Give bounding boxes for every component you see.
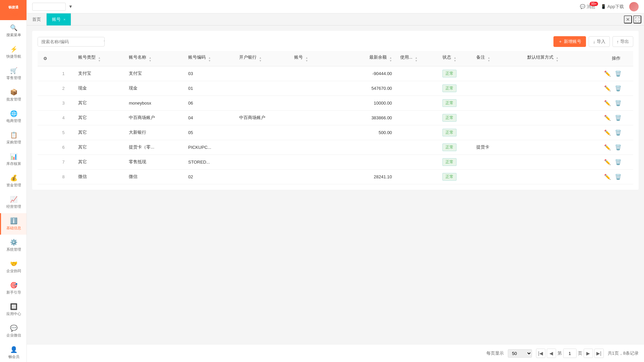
tab-close-icon[interactable]: × — [63, 17, 65, 21]
th-type[interactable]: 账号类型 ▲▼ — [74, 51, 125, 66]
row-gear-4 — [38, 125, 53, 140]
delete-btn-4[interactable]: 🗑️ — [614, 129, 622, 136]
edit-btn-1[interactable]: ✏️ — [603, 84, 611, 92]
edit-btn-0[interactable]: ✏️ — [603, 70, 611, 77]
header-search-input[interactable] — [32, 3, 66, 11]
sidebar-label-inventory-check: 库存核算 — [6, 161, 21, 166]
sidebar-item-quick-nav[interactable]: ⚡ 快捷导航 — [0, 42, 26, 63]
row-num-6: 7 — [53, 155, 74, 169]
dropdown-arrow: ▼ — [68, 4, 73, 9]
sidebar-icon-basic-info: ℹ️ — [10, 217, 17, 225]
search-input[interactable] — [38, 37, 101, 46]
page-input[interactable] — [563, 349, 577, 358]
sort-remark-icon: ▲▼ — [488, 57, 490, 63]
th-bank[interactable]: 开户银行 ▲▼ — [235, 51, 290, 66]
table-footer: 每页显示 50 100 |◀ ◀ 第 页 ▶ ▶| 共1页，8条记录 — [27, 344, 644, 362]
sidebar-label-enterprise-wechat: 企业微信 — [6, 333, 21, 338]
window-max-btn[interactable]: ⛶ — [633, 15, 641, 23]
message-button[interactable]: 💬 消息 99+ — [580, 4, 595, 10]
row-account-7 — [290, 169, 341, 184]
row-balance-7: 28241.10 — [341, 169, 396, 184]
sidebar-item-new-guide[interactable]: 🎯 新手引导 — [0, 278, 26, 299]
row-code-2: 06 — [184, 96, 235, 110]
row-remark-6 — [472, 155, 523, 169]
sidebar-item-enterprise-wechat[interactable]: 💬 企业微信 — [0, 320, 26, 342]
app-download-label: App下载 — [607, 4, 624, 10]
row-num-0: 1 — [53, 66, 74, 81]
status-badge-5: 正常 — [442, 143, 457, 151]
sidebar-item-member[interactable]: 👤 畅会员 — [0, 342, 26, 362]
table-row: 4 其它 中百商场账户 04 中百商场账户 383866.00 正常 ✏️ 🗑️ — [38, 110, 633, 125]
sidebar-item-search-menu[interactable]: 🔍 搜索菜单 — [0, 20, 26, 42]
row-action-2: ✏️ 🗑️ — [599, 96, 633, 110]
th-num — [53, 51, 74, 66]
sidebar-item-system-mgmt[interactable]: ⚙️ 系统管理 — [0, 235, 26, 256]
tab-account[interactable]: 账号 × — [47, 13, 71, 25]
sidebar-icon-member: 👤 — [10, 346, 17, 353]
th-status[interactable]: 状态 ▲▼ — [438, 51, 472, 66]
sidebar-item-app-center[interactable]: 🔲 应用中心 — [0, 299, 26, 320]
sidebar-item-wholesale-mgmt[interactable]: 📦 批发管理 — [0, 84, 26, 106]
row-action-0: ✏️ 🗑️ — [599, 66, 633, 81]
page-first-btn[interactable]: |◀ — [536, 349, 545, 358]
tab-home[interactable]: 首页 — [27, 13, 47, 25]
edit-btn-5[interactable]: ✏️ — [603, 143, 611, 151]
delete-btn-7[interactable]: 🗑️ — [614, 173, 622, 181]
edit-btn-4[interactable]: ✏️ — [603, 129, 611, 136]
th-account[interactable]: 账号 ▲▼ — [290, 51, 341, 66]
app-download-button[interactable]: 📱 App下载 — [601, 4, 624, 10]
avatar[interactable] — [629, 2, 639, 11]
add-account-button[interactable]: ＋ 新增账号 — [553, 36, 586, 47]
window-close-btn[interactable]: ✕ — [624, 15, 632, 23]
edit-btn-7[interactable]: ✏️ — [603, 173, 611, 181]
edit-btn-2[interactable]: ✏️ — [603, 99, 611, 107]
row-name-1: 现金 — [125, 81, 184, 96]
row-default-6 — [523, 155, 599, 169]
row-type-7: 微信 — [74, 169, 125, 184]
page-prev-btn[interactable]: ◀ — [547, 349, 556, 358]
search-button[interactable]: 🔍 — [101, 39, 105, 45]
page-last-btn[interactable]: ▶| — [594, 349, 604, 358]
row-bank-7 — [235, 169, 290, 184]
th-gear[interactable]: ⚙ — [38, 51, 53, 66]
import-button[interactable]: ↓ 导入 — [589, 36, 610, 47]
sidebar-item-operation-mgmt[interactable]: 📈 经营管理 — [0, 192, 26, 213]
edit-btn-6[interactable]: ✏️ — [603, 158, 611, 166]
th-remark[interactable]: 备注 ▲▼ — [472, 51, 523, 66]
sidebar-item-retail-mgmt[interactable]: 🛒 零售管理 — [0, 63, 26, 84]
sidebar-item-basic-info[interactable]: ℹ️ 基础信息 — [0, 213, 26, 235]
th-usage[interactable]: 使用... ▲▼ — [396, 51, 438, 66]
th-balance[interactable]: 最新余额 ▲▼ — [341, 51, 396, 66]
th-code[interactable]: 账号编码 ▲▼ — [184, 51, 235, 66]
header-dropdown[interactable]: ▼ — [68, 4, 73, 9]
th-default-settle[interactable]: 默认结算方式 ▲▼ — [523, 51, 599, 66]
row-gear-7 — [38, 169, 53, 184]
page-next-btn[interactable]: ▶ — [584, 349, 593, 358]
edit-btn-3[interactable]: ✏️ — [603, 114, 611, 122]
row-status-0: 正常 — [438, 66, 472, 81]
table-row: 3 其它 moneybosx 06 10000.00 正常 ✏️ 🗑️ — [38, 96, 633, 110]
delete-btn-1[interactable]: 🗑️ — [614, 84, 622, 92]
delete-btn-5[interactable]: 🗑️ — [614, 143, 622, 151]
sidebar-item-capital-mgmt[interactable]: 💰 资金管理 — [0, 170, 26, 192]
row-default-2 — [523, 96, 599, 110]
toolbar: 🔍 ＋ 新增账号 ↓ 导入 ↑ 导出 — [38, 36, 633, 47]
th-name[interactable]: 账号名称 ▲▼ — [125, 51, 184, 66]
delete-btn-6[interactable]: 🗑️ — [614, 158, 622, 166]
sidebar-item-ecommerce-mgmt[interactable]: 🌐 电商管理 — [0, 106, 26, 127]
export-button[interactable]: ↑ 导出 — [612, 36, 634, 47]
sort-balance-icon: ▲▼ — [389, 57, 392, 63]
sidebar-item-enterprise-agreement[interactable]: 🤝 企业协同 — [0, 256, 26, 278]
sidebar-item-purchase-mgmt[interactable]: 📋 采购管理 — [0, 127, 26, 149]
row-type-5: 其它 — [74, 140, 125, 155]
delete-btn-0[interactable]: 🗑️ — [614, 70, 622, 77]
table-row: 8 微信 微信 02 28241.10 正常 ✏️ 🗑️ — [38, 169, 633, 184]
row-type-0: 支付宝 — [74, 66, 125, 81]
sidebar-item-inventory-check[interactable]: 📊 库存核算 — [0, 149, 26, 170]
add-icon: ＋ — [558, 39, 562, 45]
status-badge-6: 正常 — [442, 158, 457, 166]
delete-btn-3[interactable]: 🗑️ — [614, 114, 622, 122]
row-num-2: 3 — [53, 96, 74, 110]
delete-btn-2[interactable]: 🗑️ — [614, 99, 622, 107]
per-page-select[interactable]: 50 100 — [508, 349, 532, 358]
